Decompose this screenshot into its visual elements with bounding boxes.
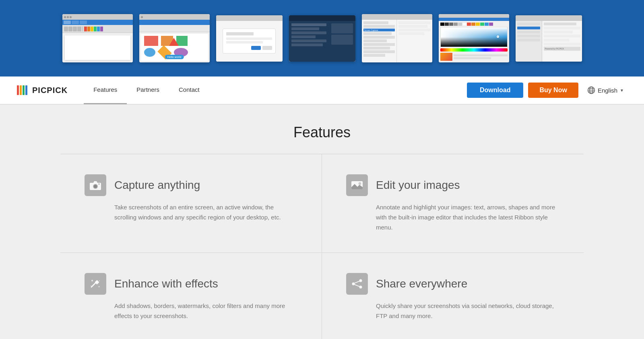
feature-capture: Capture anything Take screenshots of an …	[60, 154, 322, 253]
svg-rect-3	[25, 85, 27, 95]
share-desc: Quickly share your screenshots via socia…	[346, 301, 559, 321]
hero-screenshot-1	[62, 14, 133, 62]
hero-screenshot-6	[439, 14, 509, 62]
logo-icon	[16, 84, 29, 97]
svg-point-21	[359, 279, 362, 282]
nav-item-features[interactable]: Features	[84, 76, 127, 104]
feature-enhance: Enhance with effects Add shadows, border…	[60, 253, 322, 339]
svg-line-25	[355, 285, 359, 287]
feature-enhance-header: Enhance with effects	[85, 273, 297, 295]
camera-icon	[89, 180, 101, 190]
hero-screenshot-4	[289, 15, 355, 62]
hero-screenshot-2: Hello world	[139, 14, 210, 62]
feature-share: Share everywhere Quickly share your scre…	[322, 253, 584, 339]
logo-text: PICPICK	[32, 86, 68, 95]
svg-point-12	[99, 184, 100, 185]
svg-point-23	[352, 283, 355, 285]
svg-rect-0	[17, 85, 19, 95]
buy-now-button[interactable]: Buy Now	[528, 83, 578, 98]
svg-point-19	[99, 280, 100, 281]
capture-icon-box	[85, 174, 106, 196]
enhance-title: Enhance with effects	[114, 277, 218, 290]
hero-screenshot-5: Screen Capture	[362, 14, 432, 62]
svg-point-22	[359, 286, 362, 289]
page-title: Features	[0, 105, 644, 154]
nav-item-partners[interactable]: Partners	[127, 76, 169, 104]
nav-item-contact[interactable]: Contact	[169, 76, 209, 104]
effects-icon	[89, 279, 101, 289]
navbar-actions: Download Buy Now English ▼	[467, 83, 628, 98]
svg-rect-16	[95, 280, 99, 285]
share-icon-box	[346, 273, 368, 295]
hero-banner: Hello world	[0, 0, 644, 76]
edit-title: Edit your images	[376, 179, 460, 192]
feature-share-header: Share everywhere	[346, 273, 559, 295]
svg-point-14	[359, 182, 361, 185]
svg-point-17	[91, 280, 93, 281]
lang-label: English	[598, 87, 617, 94]
share-icon	[351, 279, 363, 289]
share-title: Share everywhere	[376, 277, 467, 290]
language-selector[interactable]: English ▼	[583, 84, 628, 97]
svg-rect-2	[23, 85, 25, 95]
svg-line-24	[355, 281, 359, 283]
globe-icon	[587, 86, 595, 94]
capture-title: Capture anything	[114, 179, 200, 192]
feature-edit-header: Edit your images	[346, 174, 559, 196]
logo[interactable]: PICPICK	[16, 84, 68, 97]
download-button[interactable]: Download	[467, 83, 523, 98]
enhance-icon-box	[85, 273, 106, 295]
navbar: PICPICK Features Partners Contact Downlo…	[0, 76, 644, 105]
hero-screenshot-7: Powered by PICPICK	[516, 15, 582, 62]
edit-desc: Annotate and highlight your images: text…	[346, 203, 559, 232]
svg-point-11	[94, 185, 97, 188]
hero-screenshot-3	[216, 15, 283, 62]
nav-menu: Features Partners Contact	[84, 76, 467, 104]
image-icon	[351, 180, 363, 190]
svg-point-18	[99, 286, 100, 287]
svg-rect-1	[20, 85, 22, 95]
svg-point-20	[91, 285, 91, 286]
edit-icon-box	[346, 174, 368, 196]
capture-desc: Take screenshots of an entire screen, an…	[85, 203, 297, 223]
enhance-desc: Add shadows, borders, watermarks, color …	[85, 301, 297, 321]
lang-chevron-icon: ▼	[620, 88, 624, 93]
features-grid: Capture anything Take screenshots of an …	[60, 154, 584, 339]
feature-capture-header: Capture anything	[85, 174, 297, 196]
feature-edit: Edit your images Annotate and highlight …	[322, 154, 584, 253]
main-content: Features Capture anything Take screensho…	[0, 105, 644, 339]
